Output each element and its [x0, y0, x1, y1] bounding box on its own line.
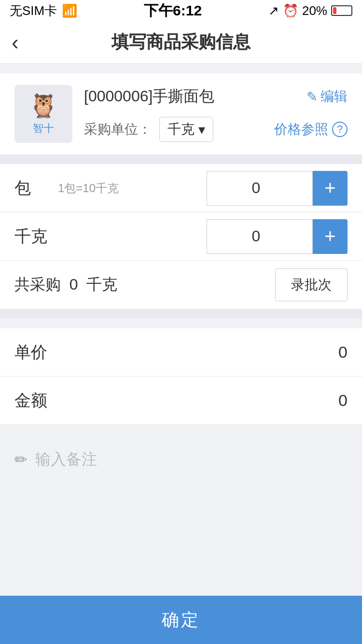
amount-label: 金额 — [14, 390, 47, 412]
remarks-placeholder: 输入备注 — [35, 449, 97, 470]
input-section: 包 1包=10千克 + 千克 + — [0, 164, 362, 261]
owl-icon: 🦉 — [29, 92, 58, 119]
owl-subtitle: 智十 — [33, 121, 54, 136]
price-ref-button[interactable]: 价格参照 ? — [274, 120, 348, 139]
kg-plus-button[interactable]: + — [313, 219, 348, 254]
edit-button[interactable]: ✎ 编辑 — [306, 87, 348, 106]
unit-select[interactable]: 千克 ▾ — [159, 117, 213, 142]
confirm-button[interactable]: 确定 — [0, 596, 362, 644]
kg-input-control: + — [207, 219, 348, 254]
unit-price-label: 单价 — [14, 341, 47, 364]
pack-plus-button[interactable]: + — [313, 171, 348, 206]
nav-bar: ‹ 填写商品采购信息 — [0, 21, 362, 64]
price-ref-label: 价格参照 — [274, 120, 328, 139]
product-name-row: [0000006]手撕面包 ✎ 编辑 — [84, 86, 348, 107]
info-icon: ? — [332, 122, 348, 137]
wifi-icon: 📶 — [62, 3, 77, 18]
pencil-icon: ✏ — [14, 450, 28, 469]
unit-price-value: 0 — [338, 343, 348, 362]
section-divider-2 — [0, 309, 362, 319]
pack-input-row: 包 1包=10千克 + — [0, 164, 362, 212]
battery-icon — [331, 5, 352, 16]
battery-percent: 20% — [302, 3, 327, 18]
remarks-section[interactable]: ✏ 输入备注 — [0, 434, 362, 485]
product-thumbnail: 🦉 智十 — [14, 85, 72, 143]
kg-number-input[interactable] — [207, 219, 313, 254]
location-icon: ↗ — [268, 3, 279, 18]
alarm-icon: ⏰ — [283, 3, 298, 18]
kg-label: 千克 — [14, 225, 53, 248]
product-card: 🦉 智十 [0000006]手撕面包 ✎ 编辑 采购单位： 千克 ▾ 价格参照 … — [0, 73, 362, 154]
page-title: 填写商品采购信息 — [111, 30, 251, 54]
kg-input-row: 千克 + — [0, 212, 362, 261]
product-name: [0000006]手撕面包 — [84, 86, 214, 107]
content-bottom — [0, 485, 362, 543]
pack-hint: 1包=10千克 — [58, 181, 119, 196]
amount-row: 金额 0 — [0, 377, 362, 425]
pack-number-input[interactable] — [207, 171, 313, 206]
product-info: [0000006]手撕面包 ✎ 编辑 采购单位： 千克 ▾ 价格参照 ? — [84, 86, 348, 142]
summary-text: 共采购 0 千克 — [14, 274, 117, 295]
status-time: 下午6:12 — [144, 1, 202, 21]
carrier-text: 无SIM卡 — [10, 2, 57, 19]
back-button[interactable]: ‹ — [12, 32, 19, 53]
status-bar: 无SIM卡 📶 下午6:12 ↗ ⏰ 20% — [0, 0, 362, 21]
pack-input-control: + — [207, 171, 348, 206]
chevron-down-icon: ▾ — [198, 122, 205, 138]
status-left: 无SIM卡 📶 — [10, 2, 77, 19]
status-right: ↗ ⏰ 20% — [268, 3, 352, 18]
unit-price-row: 单价 0 — [0, 328, 362, 377]
amount-value: 0 — [338, 391, 348, 410]
purchase-unit-row: 采购单位： 千克 ▾ 价格参照 ? — [84, 117, 348, 142]
purchase-unit-label: 采购单位： — [84, 120, 152, 139]
price-section: 单价 0 金额 0 — [0, 328, 362, 425]
unit-value: 千克 — [167, 120, 195, 139]
section-divider-1 — [0, 154, 362, 164]
edit-icon: ✎ — [306, 89, 318, 105]
pack-label: 包 — [14, 177, 53, 199]
summary-row: 共采购 0 千克 录批次 — [0, 261, 362, 309]
batch-button[interactable]: 录批次 — [275, 268, 348, 301]
